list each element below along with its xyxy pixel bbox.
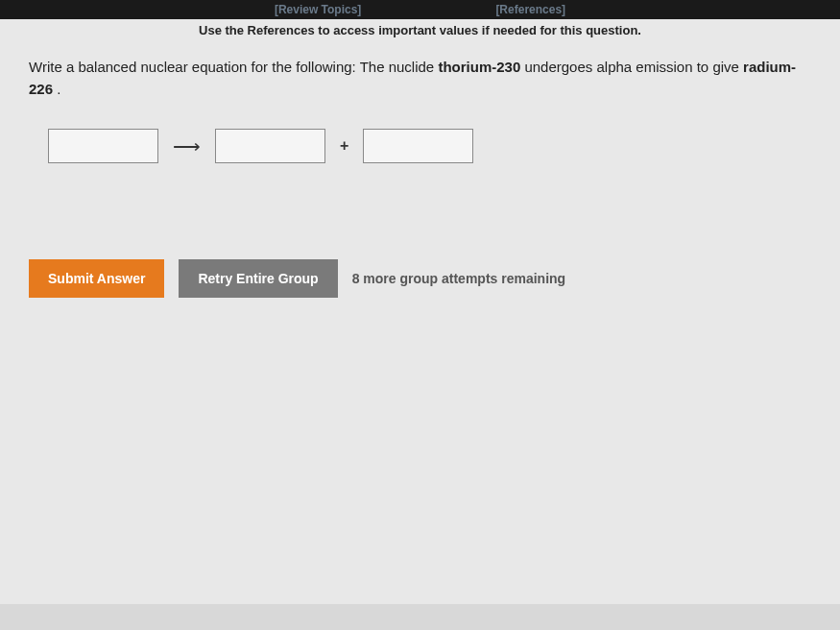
equation-row: ⟶ + — [48, 129, 811, 163]
retry-group-button[interactable]: Retry Entire Group — [179, 259, 337, 298]
question-suffix: . — [53, 81, 60, 97]
attempts-remaining-text: 8 more group attempts remaining — [352, 271, 565, 286]
instruction-text: Use the References to access important v… — [0, 19, 840, 47]
question-prefix: Write a balanced nuclear equation for th… — [29, 59, 438, 75]
question-nuclide1: thorium-230 — [438, 59, 520, 75]
button-row: Submit Answer Retry Entire Group 8 more … — [29, 259, 811, 298]
question-middle: undergoes alpha emission to give — [520, 59, 743, 75]
review-topics-link[interactable]: [Review Topics] — [275, 3, 361, 16]
reactant-input[interactable] — [48, 129, 158, 163]
plus-symbol: + — [340, 137, 348, 155]
question-text: Write a balanced nuclear equation for th… — [29, 57, 811, 100]
content-area: Write a balanced nuclear equation for th… — [0, 47, 840, 604]
submit-answer-button[interactable]: Submit Answer — [29, 259, 164, 298]
arrow-icon: ⟶ — [173, 134, 201, 158]
references-link[interactable]: [References] — [495, 3, 565, 16]
product2-input[interactable] — [363, 129, 473, 163]
product1-input[interactable] — [215, 129, 325, 163]
top-bar: [Review Topics] [References] — [0, 0, 840, 19]
